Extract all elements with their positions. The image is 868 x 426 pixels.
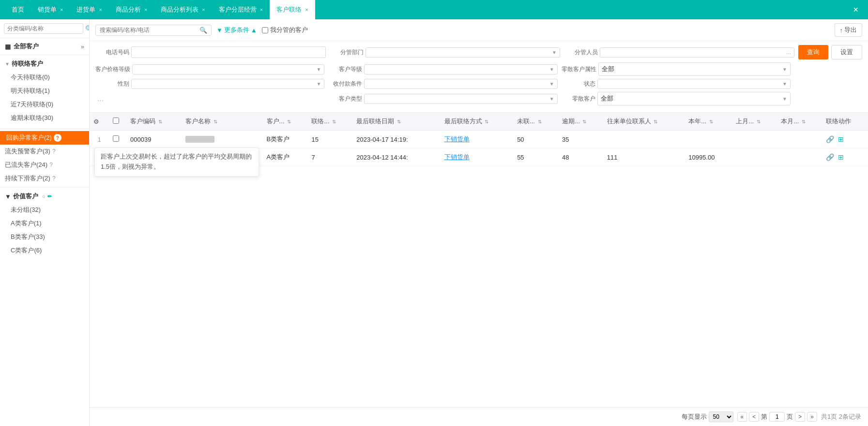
sidebar-item-7days[interactable]: 近7天待联络(0) [0, 98, 89, 111]
row2-link-icon[interactable]: 🔗 [826, 153, 834, 161]
next-page-button[interactable]: > [795, 412, 805, 422]
sidebar-item-ungrouped[interactable]: 未分组(32) [0, 203, 89, 217]
sidebar-all-customers-header[interactable]: ▦ 全部客户 » [0, 38, 89, 55]
col-code-sort-icon[interactable]: ⇅ [158, 119, 162, 124]
customer-type-select[interactable]: ▼ [364, 94, 557, 104]
phone-input[interactable] [131, 46, 326, 58]
row1-checkbox[interactable] [113, 135, 119, 142]
sidebar-item-b-class[interactable]: B类客户(33) [0, 230, 89, 244]
retail-customer-select[interactable]: 全部 ▼ [597, 92, 791, 105]
nav-close-sales[interactable]: × [60, 0, 63, 19]
last-page-button[interactable]: » [807, 412, 817, 422]
nav-close-product-analysis[interactable]: × [144, 0, 147, 19]
nav-item-product-list[interactable]: 商品分析列表 × [154, 0, 212, 19]
sidebar-item-c-class[interactable]: C类客户(6) [0, 244, 89, 257]
col-date-sort-icon[interactable]: ⇅ [397, 119, 401, 124]
row1-link-icon[interactable]: 🔗 [826, 135, 834, 143]
already-lost-info-icon[interactable]: ? [49, 162, 53, 168]
select-all-checkbox[interactable] [113, 118, 119, 124]
nav-item-purchase[interactable]: 进货单 × [70, 0, 108, 19]
row1-grid-icon[interactable]: ⊞ [838, 135, 844, 143]
col-uncontact-sort-icon[interactable]: ⇅ [538, 119, 542, 124]
sidebar-item-repurchase-abnormal[interactable]: 回购异常客户(2) ? [0, 131, 89, 145]
sidebar-value-customer-group[interactable]: ▼ 价值客户 ○ ✏ [0, 190, 89, 203]
status-arrow: ▼ [782, 81, 787, 87]
per-page-select[interactable]: 10 20 50 100 [709, 411, 733, 422]
col-last-method: 最后联络方式 ⇅ [441, 113, 513, 131]
sidebar-item-tomorrow[interactable]: 明天待联络(1) [0, 84, 89, 98]
gender-label: 性别 [95, 80, 129, 88]
col-lmonth-sort-icon[interactable]: ⇅ [757, 119, 761, 124]
close-all-tabs[interactable]: × [848, 5, 863, 15]
toolbar-search-icon[interactable]: 🔍 [199, 27, 207, 34]
toolbar-search-input[interactable] [100, 27, 198, 33]
circle-icon[interactable]: ○ [42, 193, 46, 199]
nav-close-customer-tier[interactable]: × [260, 0, 263, 19]
sidebar-item-already-lost[interactable]: 已流失客户(24) ? [0, 158, 89, 172]
lost-warning-info-icon[interactable]: ? [52, 148, 56, 155]
filter-retail-customer: 零散客户 全部 ▼ [562, 92, 791, 105]
col-name-sort-icon[interactable]: ⇅ [213, 119, 217, 124]
sidebar-item-continuous-down[interactable]: 持续下滑客户(2) ? [0, 172, 89, 185]
customer-level-arrow: ▼ [549, 67, 554, 72]
col-person-sort-icon[interactable]: ⇅ [654, 119, 657, 124]
gender-arrow: ▼ [316, 81, 321, 87]
query-button[interactable]: 查询 [798, 45, 828, 59]
gender-select[interactable]: ▼ [131, 79, 324, 89]
nav-close-product-list[interactable]: × [202, 0, 205, 19]
edit-icon[interactable]: ✏ [47, 193, 52, 200]
sidebar-search-icon[interactable]: 🔍 [85, 25, 90, 32]
first-page-button[interactable]: « [737, 412, 747, 422]
col-tmonth-sort-icon[interactable]: ⇅ [802, 119, 806, 124]
content-area: 🔍 ▼ 更多条件 ▲ 我分管的客户 ↑ 导出 电话号码 [90, 19, 868, 426]
price-level-select[interactable]: ▼ [132, 64, 324, 74]
filter-dept: 分管部门 ▼ [330, 47, 560, 58]
settings-button[interactable]: 设置 [831, 45, 862, 59]
settings-icon[interactable]: ⚙ [93, 118, 99, 125]
nav-item-home[interactable]: 首页 [5, 0, 31, 19]
filter-area: 电话号码 分管部门 ▼ 分管人员 … [90, 41, 868, 113]
customer-level-select[interactable]: ▼ [364, 64, 557, 74]
col-year-sort-icon[interactable]: ⇅ [709, 119, 713, 124]
my-customer-checkbox[interactable] [262, 27, 268, 33]
nav-close-purchase[interactable]: × [99, 0, 102, 19]
repurchase-info-icon[interactable]: ? [54, 134, 61, 142]
sidebar-waiting-group[interactable]: ▼ 待联络客户 [0, 57, 89, 71]
col-overdue-sort-icon[interactable]: ⇅ [582, 119, 586, 124]
row1-person [603, 131, 685, 148]
current-page-input[interactable] [769, 412, 785, 422]
col-last-date: 最后联络日期 ⇅ [352, 113, 441, 131]
export-icon: ↑ [840, 27, 843, 34]
filter-dots[interactable]: … [97, 95, 104, 103]
col-count-sort-icon[interactable]: ⇅ [332, 119, 336, 124]
prev-page-button[interactable]: < [749, 412, 759, 422]
status-select[interactable]: ▼ [597, 79, 791, 89]
row1-method-link[interactable]: 下销货单 [444, 135, 470, 143]
row2-grid-icon[interactable]: ⊞ [838, 153, 844, 161]
continuous-down-info-icon[interactable]: ? [52, 175, 56, 182]
col-method-sort-icon[interactable]: ⇅ [485, 119, 488, 124]
retail-attr-select[interactable]: 全部 ▼ [598, 62, 791, 76]
manager-select[interactable]: … [600, 47, 794, 58]
sidebar-item-today[interactable]: 今天待联络(0) [0, 71, 89, 84]
col-actions: 联络动作 [822, 113, 868, 131]
filter-row-4: … 客户类型 ▼ 零散客户 全部 ▼ [95, 92, 862, 105]
nav-close-customer-contact[interactable]: × [305, 0, 308, 19]
sidebar-search-input[interactable] [4, 23, 83, 34]
sidebar-item-a-class[interactable]: A类客户(1) [0, 217, 89, 230]
row2-method-link[interactable]: 下销货单 [444, 153, 470, 161]
row1-this-year [685, 131, 732, 148]
row1-last-method: 下销货单 [441, 131, 513, 148]
sidebar-item-lost-warning[interactable]: 流失预警客户(3) ? [0, 145, 89, 158]
more-filter-button[interactable]: ▼ 更多条件 ▲ [216, 26, 257, 34]
col-type-sort-icon[interactable]: ⇅ [287, 119, 291, 124]
nav-item-customer-contact[interactable]: 客户联络 × [270, 0, 315, 19]
sidebar-collapse-icon[interactable]: » [81, 43, 84, 50]
nav-item-sales[interactable]: 销货单 × [31, 0, 70, 19]
payment-select[interactable]: ▼ [364, 79, 557, 89]
nav-item-product-analysis[interactable]: 商品分析 × [109, 0, 154, 19]
sidebar-item-overdue[interactable]: 逾期未联络(30) [0, 111, 89, 125]
nav-item-customer-tier[interactable]: 客户分层经营 × [212, 0, 270, 19]
dept-select[interactable]: ▼ [365, 47, 560, 58]
export-button[interactable]: ↑ 导出 [835, 23, 863, 37]
